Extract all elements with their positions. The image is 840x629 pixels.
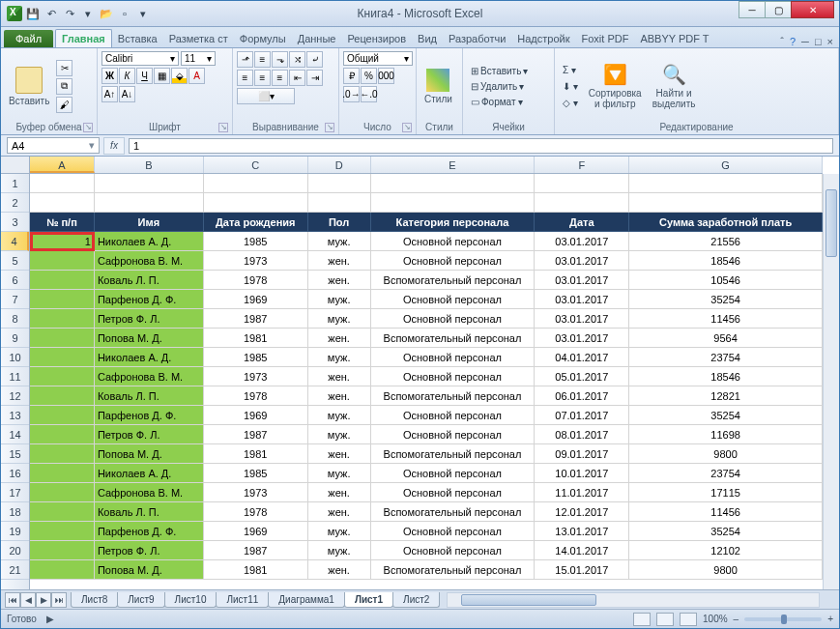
merge-icon[interactable]: ⬜▾ bbox=[237, 88, 295, 104]
cell[interactable] bbox=[95, 193, 204, 213]
cell[interactable]: 1973 bbox=[204, 251, 308, 271]
cell[interactable] bbox=[308, 193, 371, 213]
sort-filter-button[interactable]: 🔽Сортировка и фильтр bbox=[585, 51, 646, 121]
cell[interactable]: 11456 bbox=[629, 502, 823, 522]
cell[interactable]: муж. bbox=[308, 232, 371, 251]
close-button[interactable]: ✕ bbox=[791, 1, 834, 18]
save-icon[interactable]: 💾 bbox=[25, 6, 41, 21]
cell[interactable]: 05.01.2017 bbox=[535, 367, 629, 386]
tab-formulas[interactable]: Формулы bbox=[234, 30, 292, 47]
cell[interactable]: 9564 bbox=[629, 329, 823, 348]
cell[interactable] bbox=[30, 386, 95, 406]
align-bot-icon[interactable]: ⬎ bbox=[272, 51, 288, 68]
cell[interactable]: жен. bbox=[308, 386, 371, 406]
cell[interactable]: 1981 bbox=[204, 329, 308, 348]
cell[interactable]: 12821 bbox=[629, 386, 823, 406]
sheet-tab[interactable]: Лист10 bbox=[164, 592, 217, 608]
cell[interactable]: Основной персонал bbox=[371, 522, 536, 541]
cell[interactable]: 1978 bbox=[204, 271, 308, 290]
cell[interactable]: 1987 bbox=[204, 425, 308, 444]
row-header-20[interactable]: 20 bbox=[1, 541, 29, 560]
cell[interactable]: Имя bbox=[95, 213, 204, 232]
fill-color-button[interactable]: ⬙ bbox=[171, 68, 188, 84]
qat-more-icon[interactable]: ▾ bbox=[80, 6, 96, 21]
row-header-10[interactable]: 10 bbox=[1, 348, 29, 367]
number-format-combo[interactable]: Общий▾ bbox=[343, 51, 413, 66]
minimize-ribbon-icon[interactable]: ˆ bbox=[780, 36, 784, 47]
align-right-icon[interactable]: ≡ bbox=[272, 70, 288, 86]
tab-view[interactable]: Вид bbox=[412, 30, 443, 47]
styles-button[interactable]: Стили bbox=[420, 51, 456, 121]
cell[interactable]: 14.01.2017 bbox=[535, 541, 629, 560]
cell[interactable] bbox=[371, 174, 536, 193]
cell[interactable] bbox=[30, 425, 95, 444]
cell[interactable]: Парфенов Д. Ф. bbox=[95, 406, 204, 425]
col-header-E[interactable]: E bbox=[371, 157, 536, 173]
cell[interactable] bbox=[30, 329, 95, 348]
file-tab[interactable]: Файл bbox=[4, 30, 53, 47]
select-all-corner[interactable] bbox=[1, 157, 30, 174]
font-size-combo[interactable]: 11▾ bbox=[181, 51, 216, 66]
cell[interactable]: 03.01.2017 bbox=[535, 271, 629, 290]
cell[interactable]: Основной персонал bbox=[371, 483, 536, 502]
underline-button[interactable]: Ч bbox=[136, 68, 153, 84]
cell[interactable]: Николаев А. Д. bbox=[95, 232, 204, 251]
cell[interactable] bbox=[204, 174, 308, 193]
row-header-7[interactable]: 7 bbox=[1, 290, 29, 309]
align-left-icon[interactable]: ≡ bbox=[237, 70, 253, 86]
cell[interactable]: Основной персонал bbox=[371, 309, 536, 329]
zoom-out-button[interactable]: – bbox=[734, 614, 739, 624]
cell[interactable]: муж. bbox=[308, 541, 371, 560]
cell[interactable]: 03.01.2017 bbox=[535, 309, 629, 329]
wrap-icon[interactable]: ⤶ bbox=[306, 51, 323, 68]
inner-min-icon[interactable]: ─ bbox=[801, 36, 809, 47]
cut-icon[interactable]: ✂ bbox=[56, 60, 72, 76]
view-layout-icon[interactable] bbox=[656, 613, 674, 626]
indent-inc-icon[interactable]: ⇥ bbox=[306, 70, 323, 86]
find-select-button[interactable]: 🔍Найти и выделить bbox=[649, 51, 700, 121]
cell[interactable] bbox=[535, 174, 629, 193]
format-cells-button[interactable]: ▭ Формат ▾ bbox=[467, 95, 532, 109]
font-name-combo[interactable]: Calibri▾ bbox=[101, 51, 179, 66]
cell[interactable]: 08.01.2017 bbox=[535, 425, 629, 444]
tab-layout[interactable]: Разметка ст bbox=[163, 30, 234, 47]
cell[interactable]: 9800 bbox=[629, 444, 823, 464]
cell[interactable]: 04.01.2017 bbox=[535, 348, 629, 367]
cell[interactable]: Коваль Л. П. bbox=[95, 271, 204, 290]
cell[interactable]: 1985 bbox=[204, 464, 308, 483]
help-icon[interactable]: ? bbox=[790, 36, 796, 47]
decrease-font-icon[interactable]: A↓ bbox=[119, 86, 135, 102]
cell[interactable] bbox=[30, 522, 95, 541]
cell[interactable]: Основной персонал bbox=[371, 232, 536, 251]
cell[interactable] bbox=[308, 174, 371, 193]
cell[interactable] bbox=[95, 174, 204, 193]
row-header-8[interactable]: 8 bbox=[1, 309, 29, 329]
cell[interactable]: Основной персонал bbox=[371, 464, 536, 483]
row-header-9[interactable]: 9 bbox=[1, 329, 29, 348]
tab-home[interactable]: Главная bbox=[55, 29, 112, 47]
preview-icon[interactable]: ▾ bbox=[135, 6, 151, 21]
macro-icon[interactable]: ▶ bbox=[46, 614, 54, 624]
cell[interactable]: жен. bbox=[308, 329, 371, 348]
row-header-1[interactable]: 1 bbox=[1, 174, 29, 193]
comma-icon[interactable]: 000 bbox=[378, 68, 394, 84]
sheet-nav-last[interactable]: ⏭ bbox=[51, 592, 67, 608]
align-launcher[interactable]: ↘ bbox=[325, 123, 334, 132]
cell[interactable]: 10546 bbox=[629, 271, 823, 290]
cell[interactable]: 23754 bbox=[629, 348, 823, 367]
cell[interactable]: жен. bbox=[308, 271, 371, 290]
clear-icon[interactable]: ◇ ▾ bbox=[559, 96, 582, 110]
paste-button[interactable]: Вставить bbox=[5, 51, 53, 121]
cell[interactable] bbox=[30, 348, 95, 367]
cell[interactable]: 03.01.2017 bbox=[535, 290, 629, 309]
tab-dev[interactable]: Разработчи bbox=[443, 30, 511, 47]
cell[interactable] bbox=[30, 309, 95, 329]
col-header-D[interactable]: D bbox=[308, 157, 371, 173]
row-header-5[interactable]: 5 bbox=[1, 251, 29, 271]
cell[interactable]: 12.01.2017 bbox=[535, 502, 629, 522]
cell[interactable]: Вспомогательный персонал bbox=[371, 329, 536, 348]
col-header-C[interactable]: C bbox=[204, 157, 308, 173]
new-icon[interactable]: ▫ bbox=[117, 6, 132, 21]
cell[interactable]: 10.01.2017 bbox=[535, 464, 629, 483]
sheet-tab[interactable]: Лист1 bbox=[344, 592, 393, 608]
